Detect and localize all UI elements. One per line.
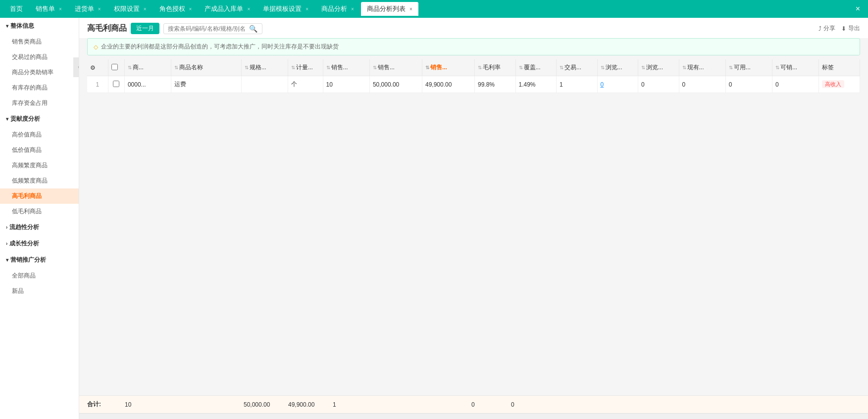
products-table: ⚙ ⇅ 商... [87,59,860,93]
share-button[interactable]: ⤴ 分享 [818,24,835,33]
col-header-settings[interactable]: ⚙ [87,59,108,76]
col-header-gross-rate[interactable]: ⇅ 毛利率 [475,59,516,76]
sidebar-item-high-profit[interactable]: 高毛利商品 [0,188,79,204]
total-values: 10 50,000.00 49,900.00 1 0 0 [121,401,547,408]
tab-sales[interactable]: 销售单 × [30,2,68,16]
col-header-stock2[interactable]: ⇅ 可用... [725,59,772,76]
arrow-icon: ▾ [6,23,8,29]
close-role-tab[interactable]: × [189,6,192,12]
main-layout: 《 ▾ 整体信息 销售类商品 交易过的商品 商品分类助销率 有库存的商品 库存资… [0,18,868,419]
col-header-check[interactable] [108,59,124,76]
col-header-spec[interactable]: ⇅ 规格... [241,59,288,76]
table-row: 1 0000... 运费 个 10 50,000.00 49,900.00 99… [87,76,860,93]
sidebar: 《 ▾ 整体信息 销售类商品 交易过的商品 商品分类助销率 有库存的商品 库存资… [0,18,79,419]
tab-analysis-list[interactable]: 商品分析列表 × [361,2,418,16]
sidebar-group-financial[interactable]: ▾ 贡献度分析 [0,111,79,127]
sidebar-item-stocked-products[interactable]: 有库存的商品 [0,80,79,95]
sidebar-item-analysis-rate[interactable]: 商品分类助销率 [0,65,79,80]
col-header-stock1[interactable]: ⇅ 现有... [679,59,725,76]
col-header-browse2[interactable]: ⇅ 浏览... [638,59,679,76]
content-area: 高毛利商品 近一月 🔍 ⤴ 分享 ⬇ 导出 ◇ 企业的主要的利润都是这部分商品创… [79,18,868,419]
search-input[interactable] [168,25,247,32]
time-filter-button[interactable]: 近一月 [131,23,159,34]
sidebar-group-trend[interactable]: › 流趋性分析 [0,219,79,235]
tab-analysis[interactable]: 商品分析 × [315,2,360,16]
sort-icon: ⇅ [478,65,482,70]
footer-trade: 1 [329,401,467,408]
select-all-checkbox[interactable] [111,64,118,70]
col-header-unit[interactable]: ⇅ 计量... [288,59,323,76]
row-code: 0000... [124,76,171,93]
sidebar-group-marketing[interactable]: ▾ 营销推广分析 [0,252,79,268]
col-header-sales-amt[interactable]: ⇅ 销售... [369,59,422,76]
sort-icon: ⇅ [128,65,132,70]
sidebar-item-low-value[interactable]: 低价值商品 [0,142,79,158]
close-template-tab[interactable]: × [306,6,308,12]
sidebar-group-overall[interactable]: ▾ 整体信息 [0,18,79,34]
content-header: 高毛利商品 近一月 🔍 ⤴ 分享 ⬇ 导出 [79,18,868,38]
total-label: 合计: [87,400,101,409]
sidebar-item-capital-share[interactable]: 库存资金占用 [0,95,79,111]
sort-icon: ⇅ [682,65,686,70]
row-stock3: 0 [772,76,819,93]
tab-home[interactable]: 首页 [4,2,29,16]
close-analysis-list-tab[interactable]: × [409,6,412,12]
row-trade: 1 [557,76,598,93]
col-header-code[interactable]: ⇅ 商... [124,59,171,76]
sort-icon: ⇅ [174,65,178,70]
close-permissions-tab[interactable]: × [144,6,147,12]
footer-bar: 合计: 10 50,000.00 49,900.00 1 0 0 [79,395,868,413]
row-checkbox-cell[interactable] [108,76,124,93]
arrow-icon-growth: › [6,241,7,246]
col-header-trade[interactable]: ⇅ 交易... [557,59,598,76]
close-analysis-tab[interactable]: × [351,6,354,12]
row-stock1: 0 [679,76,725,93]
footer-sales-qty: 10 [121,401,240,408]
footer-sales-amt: 50,000.00 [240,401,284,408]
close-sales-tab[interactable]: × [59,6,62,12]
col-header-cover[interactable]: ⇅ 覆盖... [515,59,557,76]
close-purchase-tab[interactable]: × [98,6,101,12]
col-header-sales-profit[interactable]: ⇅ 销售... [422,59,474,76]
col-header-name[interactable]: ⇅ 商品名称 [171,59,241,76]
tab-template[interactable]: 单据模板设置 × [257,2,314,16]
row-checkbox[interactable] [113,81,119,87]
col-header-browse1[interactable]: ⇅ 浏览... [597,59,638,76]
close-product-entry-tab[interactable]: × [247,6,250,12]
tab-role[interactable]: 角色授权 × [153,2,198,16]
sort-icon: ⇅ [601,65,605,70]
sidebar-item-low-freq[interactable]: 低频繁度商品 [0,173,79,188]
tab-permissions[interactable]: 权限设置 × [108,2,153,16]
sidebar-collapse-button[interactable]: 《 [73,57,79,77]
sidebar-item-high-value[interactable]: 高价值商品 [0,127,79,142]
col-header-stock3[interactable]: ⇅ 可销... [772,59,819,76]
export-button[interactable]: ⬇ 导出 [841,24,860,33]
row-sales-profit: 49,900.00 [422,76,474,93]
sidebar-item-high-freq[interactable]: 高频繁度商品 [0,158,79,173]
sidebar-item-sales-products[interactable]: 销售类商品 [0,34,79,49]
col-header-sales-qty[interactable]: ⇅ 销售... [323,59,369,76]
sort-icon: ⇅ [373,65,377,70]
sort-icon: ⇅ [560,65,563,70]
row-stock2: 0 [725,76,772,93]
footer-sales-profit: 49,900.00 [284,401,329,408]
sort-icon: ⇅ [641,65,645,70]
sidebar-item-new-products[interactable]: 新品 [0,283,79,299]
row-browse1[interactable]: 0 [597,76,638,93]
alert-bar: ◇ 企业的主要的利润都是这部分商品创造的，可考虑加大推广，同时关注库存是不要出现… [87,38,860,55]
tab-purchase[interactable]: 进货单 × [69,2,107,16]
alert-icon: ◇ [94,44,98,50]
sidebar-item-traded-products[interactable]: 交易过的商品 [0,49,79,65]
row-sales-qty: 10 [323,76,369,93]
tab-product-entry[interactable]: 产成品入库单 × [199,2,256,16]
close-all-button[interactable]: × [852,4,864,13]
table-container: ⚙ ⇅ 商... [79,59,868,395]
page-title: 高毛利商品 [87,23,127,34]
horizontal-scrollbar[interactable] [79,413,868,419]
settings-icon[interactable]: ⚙ [90,64,96,71]
search-icon[interactable]: 🔍 [249,25,257,33]
sidebar-item-low-profit[interactable]: 低毛利商品 [0,204,79,219]
sidebar-item-all-products[interactable]: 全部商品 [0,268,79,283]
sidebar-group-growth[interactable]: › 成长性分析 [0,235,79,252]
row-tag: 高收入 [819,76,860,93]
